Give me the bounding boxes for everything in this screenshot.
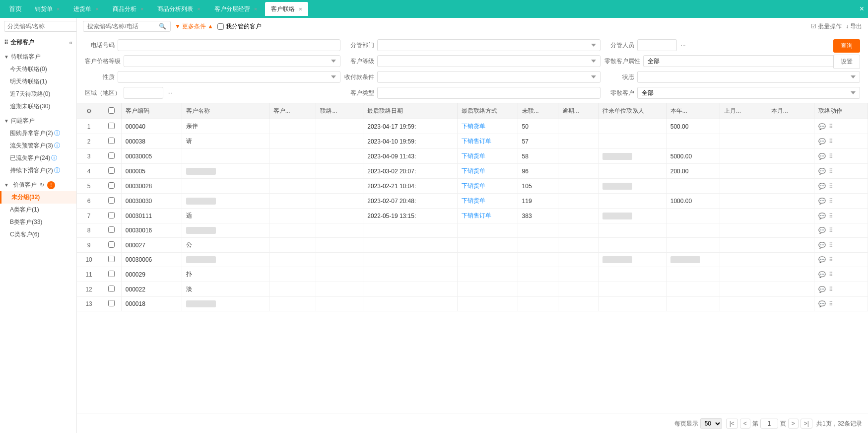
chat-icon[interactable]: 💬	[818, 286, 826, 293]
filter-more-conditions[interactable]: ▼ 更多条件 ▲	[175, 22, 213, 31]
grid-action-icon[interactable]: ⠿	[829, 300, 833, 307]
chat-icon[interactable]: 💬	[818, 138, 826, 145]
retail-attr-select[interactable]: 全部	[643, 55, 860, 67]
grid-action-icon[interactable]: ⠿	[829, 286, 833, 293]
per-page-select[interactable]: 50	[700, 418, 722, 429]
sidebar-group-problem-header[interactable]: ▼ 问题客户	[0, 115, 76, 127]
window-close-icon[interactable]: ×	[860, 4, 864, 13]
row-checkbox[interactable]	[108, 197, 115, 204]
my-customers-check-input[interactable]	[217, 23, 224, 30]
last-method-link[interactable]: 下销货单	[462, 197, 485, 204]
grid-action-icon[interactable]: ⠿	[829, 271, 833, 278]
nav-tab-analysis-list[interactable]: 商品分析列表 ×	[151, 2, 206, 16]
refresh-icon[interactable]: ↻	[40, 182, 44, 188]
grid-action-icon[interactable]: ⠿	[829, 183, 833, 190]
sidebar-item-a-class[interactable]: A类客户(1)	[0, 204, 76, 216]
nav-tab-customer-mgmt[interactable]: 客户分层经营 ×	[208, 2, 263, 16]
chat-icon[interactable]: 💬	[818, 271, 826, 278]
row-checkbox[interactable]	[108, 241, 115, 248]
last-method-link[interactable]: 下销货单	[462, 167, 485, 174]
chat-icon[interactable]: 💬	[818, 198, 826, 205]
nav-tab-customer-contact[interactable]: 客户联络 ×	[265, 2, 308, 16]
th-settings[interactable]: ⚙	[77, 103, 101, 119]
sidebar-search-input[interactable]	[4, 21, 77, 32]
grid-action-icon[interactable]: ⠿	[829, 168, 833, 175]
price-level-select[interactable]	[124, 55, 340, 67]
sidebar-item-ungroup[interactable]: 未分组(32)	[0, 191, 76, 204]
nav-tab-customer-contact-close[interactable]: ×	[299, 6, 302, 12]
export-btn[interactable]: ↓ 导出	[846, 22, 862, 31]
region-input[interactable]	[124, 87, 163, 99]
chat-icon[interactable]: 💬	[818, 242, 826, 249]
row-checkbox[interactable]	[108, 123, 115, 129]
chat-icon[interactable]: 💬	[818, 168, 826, 175]
chat-icon[interactable]: 💬	[818, 183, 826, 190]
nav-tab-analysis[interactable]: 商品分析 ×	[107, 2, 149, 16]
chat-icon[interactable]: 💬	[818, 213, 826, 219]
filter-search-icon[interactable]: 🔍	[159, 23, 166, 30]
chat-icon[interactable]: 💬	[818, 300, 826, 307]
nav-tab-purchase-close[interactable]: ×	[95, 6, 98, 12]
last-method-link[interactable]: 下销货单	[462, 152, 485, 159]
chat-icon[interactable]: 💬	[818, 153, 826, 160]
sidebar-collapse-icon[interactable]: «	[69, 39, 72, 46]
sidebar-all-customers[interactable]: ⠿ 全部客户 «	[0, 35, 76, 50]
row-checkbox[interactable]	[108, 152, 115, 159]
nav-tab-analysis-close[interactable]: ×	[140, 6, 143, 12]
sidebar-item-c-class[interactable]: C类客户(6)	[0, 228, 76, 241]
grid-action-icon[interactable]: ⠿	[829, 213, 833, 219]
customer-level-select[interactable]	[377, 55, 600, 67]
sidebar-group-waiting-header[interactable]: ▼ 待联络客户	[0, 51, 76, 63]
next-page-btn[interactable]: >	[788, 419, 799, 429]
sidebar-item-tomorrow[interactable]: 明天待联络(1)	[0, 75, 76, 88]
chat-icon[interactable]: 💬	[818, 256, 826, 263]
person-more-icon[interactable]: ···	[681, 42, 686, 49]
nav-tab-customer-mgmt-close[interactable]: ×	[254, 6, 257, 12]
sidebar-item-declining[interactable]: 持续下滑客户(2) ⓘ	[0, 164, 76, 177]
row-checkbox[interactable]	[108, 226, 115, 233]
row-checkbox[interactable]	[108, 286, 115, 292]
grid-action-icon[interactable]: ⠿	[829, 227, 833, 234]
page-number-input[interactable]	[760, 419, 778, 429]
grid-action-icon[interactable]: ⠿	[829, 256, 833, 263]
sidebar-item-7days[interactable]: 近7天待联络(0)	[0, 88, 76, 100]
person-input[interactable]	[637, 39, 677, 51]
payment-select[interactable]	[377, 71, 600, 83]
chat-icon[interactable]: 💬	[818, 227, 826, 234]
row-checkbox[interactable]	[108, 256, 115, 262]
first-page-btn[interactable]: |<	[726, 419, 738, 429]
sidebar-item-churned[interactable]: 已流失客户(24) ⓘ	[0, 152, 76, 164]
batch-operation-btn[interactable]: ☑ 批量操作	[811, 22, 842, 31]
grid-action-icon[interactable]: ⠿	[829, 153, 833, 160]
select-all-checkbox[interactable]	[108, 107, 115, 114]
chat-icon[interactable]: 💬	[818, 123, 826, 130]
sidebar-item-churn-warn[interactable]: 流失预警客户(3) ⓘ	[0, 140, 76, 152]
row-checkbox[interactable]	[108, 138, 115, 144]
region-more-icon[interactable]: ···	[167, 89, 172, 96]
grid-action-icon[interactable]: ⠿	[829, 138, 833, 145]
nav-tab-sales-close[interactable]: ×	[57, 6, 60, 12]
row-checkbox[interactable]	[108, 182, 115, 189]
nav-tab-analysis-list-close[interactable]: ×	[197, 6, 200, 12]
filter-search-input[interactable]	[87, 23, 157, 30]
prev-page-btn[interactable]: <	[740, 419, 750, 429]
sidebar-item-abnormal[interactable]: 囤购异常客户(2) ⓘ	[0, 127, 76, 140]
grid-action-icon[interactable]: ⠿	[829, 198, 833, 205]
phone-input[interactable]	[118, 39, 340, 51]
last-method-link[interactable]: 下销售订单	[462, 212, 491, 219]
grid-action-icon[interactable]: ⠿	[829, 242, 833, 249]
last-method-link[interactable]: 下销售订单	[462, 138, 491, 144]
nav-tab-purchase[interactable]: 进货单 ×	[67, 2, 104, 16]
gender-select[interactable]	[118, 71, 340, 83]
last-method-link[interactable]: 下销货单	[462, 123, 485, 130]
customer-type-input[interactable]	[377, 87, 600, 99]
last-method-link[interactable]: 下销货单	[462, 182, 485, 189]
sidebar-item-b-class[interactable]: B类客户(33)	[0, 216, 76, 228]
nav-home[interactable]: 首页	[4, 4, 27, 13]
status-select[interactable]	[637, 71, 860, 83]
query-button[interactable]: 查询	[833, 39, 860, 53]
last-page-btn[interactable]: >|	[801, 419, 812, 429]
nav-tab-sales[interactable]: 销货单 ×	[29, 2, 66, 16]
row-checkbox[interactable]	[108, 300, 115, 306]
reset-button[interactable]: 设置	[833, 55, 860, 69]
